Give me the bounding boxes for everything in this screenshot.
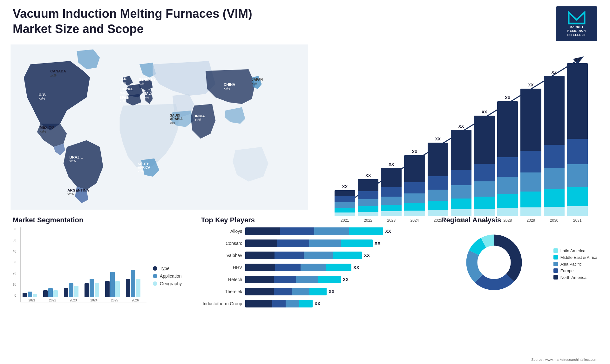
- svg-text:xx%: xx%: [252, 82, 258, 85]
- svg-text:JAPAN: JAPAN: [252, 78, 263, 81]
- seg-bar-type-2025: [105, 281, 110, 297]
- year-label-2026: 2026: [451, 218, 471, 223]
- seg-legend: Type Application Geography: [153, 231, 182, 302]
- seg-y-50: 50: [13, 239, 16, 242]
- player-name-vaibhav: Vaibhav: [201, 253, 242, 258]
- legend-type-dot: [153, 266, 157, 271]
- seg-year-2025: 2025: [105, 299, 124, 302]
- player-bar-retech: XX: [245, 276, 422, 283]
- legend-na-box: [553, 275, 558, 280]
- legend-application-dot: [153, 274, 157, 278]
- year-label-2031: 2031: [567, 218, 588, 223]
- seg-bars-area: [21, 227, 146, 297]
- year-label-2030: 2030: [544, 218, 565, 223]
- bar-col-2026: XX: [451, 124, 471, 216]
- logo-text: MARKET RESEARCH INTELLECT: [567, 25, 586, 37]
- player-row-consarc: Consarc XX: [201, 239, 422, 247]
- player-xx-retech: XX: [343, 277, 349, 282]
- seg-y-20: 20: [13, 272, 16, 275]
- year-label-2029: 2029: [520, 218, 541, 223]
- seg-y-axis: 60 50 40 30 20 10 0: [13, 227, 17, 297]
- player-xx-therelek: XX: [329, 289, 335, 294]
- seg-y-0: 0: [15, 294, 17, 297]
- seg-bar-app-2024: [90, 279, 94, 297]
- year-label-2021: 2021: [335, 218, 355, 223]
- seg-y-40: 40: [13, 250, 16, 253]
- legend-type: Type: [153, 266, 182, 271]
- legend-apac-label: Asia Pacific: [560, 262, 582, 266]
- header: Vacuum Induction Melting Furnaces (VIM) …: [0, 0, 610, 44]
- seg-year-2024: 2024: [85, 299, 103, 302]
- seg-y-60: 60: [13, 227, 16, 231]
- player-xx-alloys: XX: [385, 229, 391, 234]
- seg-year-2022: 2022: [43, 299, 62, 302]
- legend-latin-america-label: Latin America: [560, 248, 586, 253]
- logo-area: MARKET RESEARCH INTELLECT: [556, 6, 597, 41]
- seg-bar-type-2024: [85, 283, 89, 297]
- svg-text:CANADA: CANADA: [50, 69, 66, 73]
- svg-text:xx%: xx%: [67, 192, 74, 196]
- seg-bar-type-2023: [64, 288, 68, 297]
- legend-apac-box: [553, 262, 558, 266]
- svg-text:xx%: xx%: [121, 81, 126, 84]
- player-bar-alloys: XX: [245, 227, 422, 235]
- legend-latin-america: Latin America: [553, 248, 597, 253]
- svg-text:xx%: xx%: [195, 118, 201, 122]
- player-name-inductotherm: Inductotherm Group: [201, 301, 242, 306]
- segmentation-section: Market Segmentation 60 50 40 30 20 10 0: [6, 213, 188, 334]
- seg-x-axis: 2021 2022 2023 2024 2025 2026: [21, 297, 146, 302]
- svg-text:xx%: xx%: [120, 100, 125, 103]
- donut-svg: [459, 227, 529, 297]
- legend-application: Application: [153, 273, 182, 279]
- player-row-therelek: Therelek XX: [201, 288, 422, 295]
- seg-bar-geo-2022: [53, 290, 58, 297]
- player-name-consarc: Consarc: [201, 241, 242, 246]
- bar-label-2021: XX: [342, 184, 348, 189]
- bar-label-2031: XX: [575, 57, 580, 62]
- svg-text:xx%: xx%: [170, 121, 176, 125]
- legend-north-america: North America: [553, 275, 597, 280]
- bar-label-2028: XX: [505, 95, 510, 100]
- svg-text:xx%: xx%: [70, 159, 76, 163]
- seg-bar-type-2026: [126, 279, 130, 297]
- bar-col-2028: XX: [497, 95, 518, 216]
- legend-type-label: Type: [160, 266, 169, 271]
- seg-bar-type-2021: [23, 293, 27, 297]
- player-bar-consarc: XX: [245, 239, 422, 247]
- bar-col-2027: XX: [474, 110, 495, 216]
- bar-col-2029: XX: [520, 83, 541, 216]
- legend-europe-label: Europe: [560, 268, 574, 273]
- player-name-alloys: Alloys: [201, 229, 242, 234]
- seg-year-2026: 2026: [126, 299, 145, 302]
- bar-chart-section: XX XX: [315, 44, 600, 210]
- seg-bar-app-2025: [110, 272, 115, 297]
- bar-col-2024: XX: [404, 149, 425, 216]
- player-row-vaibhav: Vaibhav XX: [201, 252, 422, 259]
- player-xx-inductotherm: XX: [315, 301, 321, 306]
- players-list: Alloys XX Consarc: [201, 227, 422, 307]
- player-row-hhv: HHV XX: [201, 264, 422, 271]
- player-bar-hhv: XX: [245, 264, 422, 271]
- svg-text:BRAZIL: BRAZIL: [70, 155, 83, 159]
- svg-text:xx%: xx%: [120, 91, 125, 94]
- top-row: CANADA xx% U.S. xx% MEXICO xx% BRAZIL xx…: [0, 44, 610, 210]
- legend-middle-east-africa: Middle East & Africa: [553, 255, 597, 260]
- legend-na-label: North America: [560, 275, 586, 280]
- regional-legend: Latin America Middle East & Africa Asia …: [553, 248, 597, 280]
- seg-bar-app-2022: [48, 288, 53, 297]
- player-bar-inductotherm: XX: [245, 300, 422, 307]
- player-xx-consarc: XX: [375, 241, 381, 246]
- player-name-retech: Retech: [201, 277, 242, 282]
- seg-bar-type-2022: [43, 290, 48, 297]
- segmentation-title: Market Segmentation: [13, 216, 182, 224]
- player-row-alloys: Alloys XX: [201, 227, 422, 235]
- logo-box: MARKET RESEARCH INTELLECT: [556, 6, 597, 41]
- seg-bar-geo-2021: [33, 294, 37, 297]
- seg-bar-app-2021: [28, 292, 32, 297]
- bar-col-2031: XX: [567, 57, 588, 216]
- bar-col-2025: XX: [428, 137, 448, 216]
- svg-point-42: [478, 246, 511, 279]
- bar-label-2030: XX: [551, 70, 557, 75]
- svg-text:CHINA: CHINA: [224, 83, 235, 86]
- svg-text:FRANCE: FRANCE: [120, 87, 133, 91]
